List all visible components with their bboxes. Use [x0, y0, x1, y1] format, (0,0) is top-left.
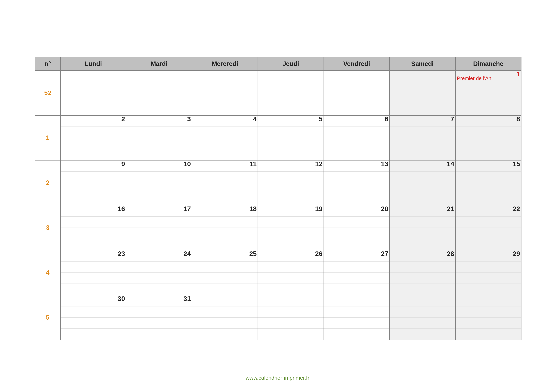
week-number: 4 — [35, 250, 60, 295]
day-number: 22 — [513, 205, 520, 213]
day-number: 3 — [187, 115, 191, 123]
day-cell: 19 — [258, 205, 324, 250]
day-number: 26 — [315, 250, 323, 258]
week-number: 1 — [35, 115, 60, 160]
day-cell: 3 — [126, 115, 192, 160]
day-cell — [324, 295, 389, 340]
day-cell: 2 — [60, 115, 126, 160]
day-number: 25 — [249, 250, 257, 258]
header-day-sun: Dimanche — [455, 57, 521, 71]
day-number: 5 — [319, 115, 322, 123]
day-cell: 17 — [126, 205, 192, 250]
day-cell: 22 — [455, 205, 521, 250]
day-cell: 21 — [389, 205, 455, 250]
day-cell — [126, 71, 192, 115]
header-day-sat: Samedi — [389, 57, 455, 71]
day-cell — [192, 295, 258, 340]
day-number: 23 — [117, 250, 125, 258]
header-day-tue: Mardi — [126, 57, 192, 71]
day-number: 7 — [450, 115, 454, 123]
day-cell: 23 — [60, 250, 126, 295]
day-cell: 18 — [192, 205, 258, 250]
day-cell — [324, 71, 389, 115]
day-cell — [258, 71, 324, 115]
day-cell: 12 — [258, 160, 324, 205]
day-number: 27 — [381, 250, 388, 258]
week-row: 29101112131415 — [35, 160, 521, 205]
day-cell: 29 — [455, 250, 521, 295]
day-cell: 26 — [258, 250, 324, 295]
week-row: 423242526272829 — [35, 250, 521, 295]
day-cell: 28 — [389, 250, 455, 295]
day-number: 19 — [315, 205, 323, 213]
week-number: 52 — [35, 71, 60, 115]
day-number: 16 — [117, 205, 125, 213]
day-cell: 11 — [192, 160, 258, 205]
day-cell: 15 — [455, 160, 521, 205]
week-row: 521Premier de l'An — [35, 71, 521, 115]
day-cell — [455, 295, 521, 340]
header-day-mon: Lundi — [60, 57, 126, 71]
header-day-thu: Jeudi — [258, 57, 324, 71]
day-cell — [389, 71, 455, 115]
day-cell: 14 — [389, 160, 455, 205]
week-row: 12345678 — [35, 115, 521, 160]
header-row: n° Lundi Mardi Mercredi Jeudi Vendredi S… — [35, 57, 521, 71]
day-cell: 6 — [324, 115, 389, 160]
day-cell — [258, 295, 324, 340]
day-cell: 4 — [192, 115, 258, 160]
day-number: 4 — [253, 115, 257, 123]
day-number: 13 — [381, 160, 388, 168]
week-row: 316171819202122 — [35, 205, 521, 250]
day-number: 20 — [381, 205, 388, 213]
day-cell: 24 — [126, 250, 192, 295]
day-number: 11 — [249, 160, 257, 168]
header-day-wed: Mercredi — [192, 57, 258, 71]
day-cell — [192, 71, 258, 115]
day-cell: 9 — [60, 160, 126, 205]
day-number: 17 — [183, 205, 191, 213]
day-cell: 16 — [60, 205, 126, 250]
week-number: 3 — [35, 205, 60, 250]
day-number: 21 — [447, 205, 454, 213]
week-row: 53031 — [35, 295, 521, 340]
week-number: 5 — [35, 295, 60, 340]
day-number: 1 — [516, 70, 520, 78]
day-number: 8 — [516, 115, 520, 123]
calendar-page: n° Lundi Mardi Mercredi Jeudi Vendredi S… — [35, 57, 521, 340]
header-day-fri: Vendredi — [324, 57, 389, 71]
day-cell: 8 — [455, 115, 521, 160]
header-week-col: n° — [35, 57, 60, 71]
day-number: 30 — [117, 295, 125, 302]
day-number: 18 — [249, 205, 257, 213]
day-cell — [60, 71, 126, 115]
day-cell: 7 — [389, 115, 455, 160]
day-cell: 31 — [126, 295, 192, 340]
week-number: 2 — [35, 160, 60, 205]
day-event: Premier de l'An — [457, 75, 491, 81]
day-cell: 13 — [324, 160, 389, 205]
day-cell: 27 — [324, 250, 389, 295]
footer-url: www.calendrier-imprimer.fr — [0, 375, 555, 381]
day-number: 24 — [183, 250, 191, 258]
day-cell: 25 — [192, 250, 258, 295]
day-number: 6 — [385, 115, 388, 123]
day-cell: 20 — [324, 205, 389, 250]
day-number: 9 — [121, 160, 125, 168]
day-number: 29 — [513, 250, 520, 258]
day-cell — [389, 295, 455, 340]
day-number: 2 — [121, 115, 125, 123]
calendar-table: n° Lundi Mardi Mercredi Jeudi Vendredi S… — [35, 57, 521, 340]
day-number: 31 — [183, 295, 191, 302]
day-cell: 1Premier de l'An — [455, 71, 521, 115]
day-cell: 5 — [258, 115, 324, 160]
day-number: 15 — [513, 160, 520, 168]
day-cell: 30 — [60, 295, 126, 340]
day-cell: 10 — [126, 160, 192, 205]
day-number: 28 — [447, 250, 454, 258]
day-number: 12 — [315, 160, 323, 168]
day-number: 14 — [447, 160, 454, 168]
day-number: 10 — [183, 160, 191, 168]
